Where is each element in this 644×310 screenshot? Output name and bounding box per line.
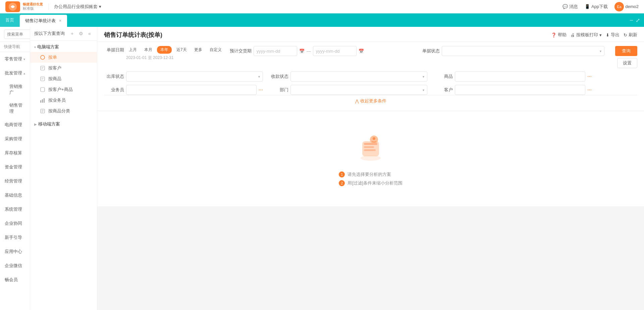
sidebar: 快捷导航 零售管理 ▾ 批发管理 ▴ 营销推广 销售管理 电商管理 采购管理 库… <box>0 27 30 310</box>
filter-area: 单据日期 上月 本月 本年 近7天 更多 自定义 <box>97 42 644 111</box>
goods-more-icon[interactable]: ··· <box>587 73 592 80</box>
delivery-arrow: ▾ <box>258 75 260 79</box>
page-actions: ❓ 帮助 🖨 按模板打印 ▾ ⬇ 导出 ↻ 刷新 <box>551 32 637 38</box>
right-content: 销售订单统计表(按单) ❓ 帮助 🖨 按模板打印 ▾ ⬇ 导出 <box>97 27 644 310</box>
salesperson-more-icon[interactable]: ··· <box>259 87 263 93</box>
payment-arrow: ▾ <box>423 75 424 79</box>
scheme-item-by-customer[interactable]: 按客户 <box>30 63 97 73</box>
tab-home[interactable]: 首页 <box>0 13 20 27</box>
sidebar-item-ecommerce[interactable]: 电商管理 <box>0 118 30 132</box>
add-scheme-btn[interactable]: + <box>69 30 75 37</box>
customer-more-icon[interactable]: ··· <box>587 87 592 93</box>
tab-sales-order-stats[interactable]: 销售订单统计表 × <box>20 15 67 27</box>
date-btn-more[interactable]: 更多 <box>192 46 205 54</box>
scheme-icon-customer <box>40 65 46 71</box>
scheme-item-by-product[interactable]: 按商品 <box>30 73 97 84</box>
expected-date-end[interactable] <box>313 46 357 56</box>
sidebar-item-finance[interactable]: 资金管理 <box>0 160 30 174</box>
collapse-filters-btn[interactable]: ⋀ 收起更多条件 <box>104 95 637 107</box>
sidebar-item-purchase[interactable]: 采购管理 <box>0 132 30 146</box>
date-filter: 单据日期 上月 本月 本年 近7天 更多 自定义 <box>104 46 224 61</box>
nav-main: 零售管理 ▾ 批发管理 ▴ 营销推广 销售管理 电商管理 采购管理 库存核算 资… <box>0 52 30 287</box>
pc-scheme-group: ▾ 电脑端方案 按单 按客户 <box>30 41 97 118</box>
date-btn-this-month[interactable]: 本月 <box>142 46 155 54</box>
delivery-dropdown[interactable]: ▾ <box>126 71 263 82</box>
salesperson-input[interactable] <box>126 85 257 95</box>
svg-point-22 <box>373 137 375 140</box>
sidebar-item-inventory[interactable]: 库存核算 <box>0 146 30 160</box>
date-btn-custom[interactable]: 自定义 <box>207 46 224 54</box>
tab-spacer <box>67 13 626 27</box>
mobile-scheme-group-header[interactable]: ▶ 移动端方案 <box>30 119 97 129</box>
sidebar-item-retail[interactable]: 零售管理 ▾ <box>0 52 30 66</box>
refresh-btn[interactable]: ↻ 刷新 <box>624 32 637 38</box>
left-panel: 按以下方案查询 + ⚙ « ▾ 电脑端方案 <box>30 27 97 310</box>
scheme-icon-salesperson <box>40 97 46 103</box>
sidebar-item-newuser[interactable]: 新手引导 <box>0 230 30 245</box>
sidebar-item-basic[interactable]: 基础信息 <box>0 188 30 202</box>
avatar: Ea <box>614 2 624 11</box>
customer-filter: 客户 ··· <box>433 85 592 95</box>
date-range-display: 2023-01-01 至 2023-12-31 <box>104 55 224 61</box>
scheme-item-by-category[interactable]: 按商品分类 <box>30 106 97 116</box>
filter-rows-main: 单据日期 上月 本月 本年 近7天 更多 自定义 <box>104 46 637 95</box>
filter-row-1: 单据日期 上月 本月 本年 近7天 更多 自定义 <box>104 46 637 68</box>
scheme-item-by-cust-prod[interactable]: 按客户+商品 <box>30 84 97 95</box>
tab-minimize-icon[interactable]: – <box>630 17 633 23</box>
dept-dropdown[interactable]: ▾ <box>290 85 427 95</box>
sidebar-item-wechat[interactable]: 企业微信 <box>0 259 30 273</box>
sidebar-item-operations[interactable]: 经营管理 <box>0 174 30 188</box>
expected-date-start[interactable] <box>254 46 297 56</box>
quick-nav[interactable]: 快捷导航 <box>0 42 30 52</box>
sidebar-sub-marketing[interactable]: 营销推广 <box>0 80 30 99</box>
tab-close-icon[interactable]: × <box>59 18 61 23</box>
goods-label: 商品 <box>433 73 453 80</box>
scheme-item-by-salesperson[interactable]: 按业务员 <box>30 95 97 106</box>
date-label: 单据日期 <box>104 47 124 53</box>
expected-date-label: 预计交货期 <box>230 48 252 54</box>
topbar-left: 畅捷通好生意 标准版 办公用品行业模拟账套 ▾ <box>5 1 101 12</box>
print-btn[interactable]: 🖨 按模板打印 ▾ <box>571 32 602 38</box>
payment-dropdown[interactable]: ▾ <box>290 71 427 82</box>
delivery-label: 出库状态 <box>104 73 124 80</box>
export-btn[interactable]: ⬇ 导出 <box>606 32 620 38</box>
scheme-settings-btn[interactable]: ⚙ <box>77 30 84 37</box>
salesperson-label: 业务员 <box>104 87 124 93</box>
svg-point-1 <box>41 55 45 59</box>
customer-label: 客户 <box>433 87 453 93</box>
date-btn-7days[interactable]: 近7天 <box>174 46 190 54</box>
order-status-dropdown[interactable]: ▾ <box>442 46 604 56</box>
sidebar-item-member[interactable]: 畅会员 <box>0 273 30 287</box>
pc-scheme-group-header[interactable]: ▾ 电脑端方案 <box>30 42 97 52</box>
payment-filter: 收款状态 ▾ <box>268 71 427 82</box>
message-btn[interactable]: 💬 消息 <box>562 4 578 10</box>
svg-rect-8 <box>41 88 45 92</box>
panel-collapse-btn[interactable]: « <box>86 30 93 37</box>
sidebar-item-appcenter[interactable]: 应用中心 <box>0 245 30 259</box>
scheme-item-by-order[interactable]: 按单 <box>30 52 97 63</box>
app-selector[interactable]: 办公用品行业模拟账套 ▾ <box>54 4 101 10</box>
settings-button[interactable]: 设置 <box>617 58 637 68</box>
query-button[interactable]: 查询 <box>615 46 637 56</box>
tab-maximize-icon[interactable]: ⤢ <box>636 17 640 23</box>
user-menu[interactable]: Ea demo2 <box>614 2 639 11</box>
dept-label: 部门 <box>268 87 288 93</box>
scheme-icon-category <box>40 108 46 114</box>
filter-row-2: 出库状态 ▾ 收款状态 <box>104 71 637 82</box>
goods-input[interactable] <box>455 71 585 82</box>
left-panel-actions: + ⚙ « <box>69 30 93 37</box>
sidebar-item-wholesale[interactable]: 批发管理 ▴ <box>0 66 30 80</box>
date-btn-last-month[interactable]: 上月 <box>126 46 140 54</box>
empty-tip-2: 2 用[过滤]条件来缩小分析范围 <box>339 180 402 186</box>
goods-filter: 商品 ··· <box>433 71 592 82</box>
sidebar-item-system[interactable]: 系统管理 <box>0 202 30 216</box>
app-download-btn[interactable]: 📱 App下载 <box>585 4 608 10</box>
scheme-icon-order <box>40 54 46 60</box>
search-input[interactable] <box>4 30 30 39</box>
sidebar-item-enterprise[interactable]: 企业协同 <box>0 216 30 230</box>
sidebar-sub-sales[interactable]: 销售管理 <box>0 99 30 118</box>
customer-input[interactable] <box>455 85 585 95</box>
help-btn[interactable]: ❓ 帮助 <box>551 32 567 38</box>
empty-icon <box>354 131 387 165</box>
date-btn-this-year[interactable]: 本年 <box>157 46 172 54</box>
